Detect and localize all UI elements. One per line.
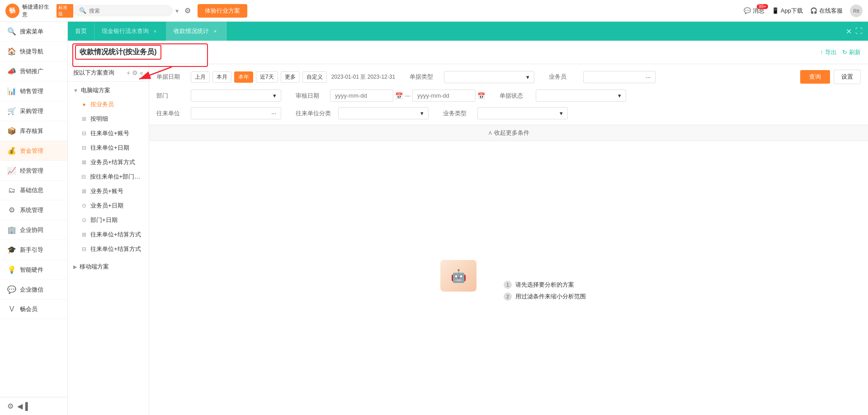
inventory-icon: 📦 (7, 127, 16, 135)
empty-illustration: 🤖 (431, 255, 486, 301)
search-menu-icon: 🔍 (7, 27, 16, 36)
filter-dept-label: 部门 (156, 92, 184, 100)
tab-bank-flow[interactable]: 现金银行流水查询 × (94, 22, 166, 41)
scheme-item-label: 业务员+日期 (90, 202, 123, 210)
sidebar-item-finance[interactable]: 💰 资金管理 (0, 141, 67, 161)
sidebar-item-guide[interactable]: 🎓 新手引导 (0, 240, 67, 260)
tab-close-bank-flow[interactable]: × (151, 28, 159, 35)
tab-label: 现金银行流水查询 (102, 27, 149, 35)
scheme-group-label: 移动端方案 (80, 263, 109, 271)
avatar[interactable]: Rit (850, 5, 863, 17)
partner-select[interactable]: ··· (191, 107, 281, 119)
search-input[interactable] (89, 8, 161, 14)
sidebar-item-search[interactable]: 🔍 搜索菜单 (0, 22, 67, 42)
tab-home[interactable]: 首页 (68, 22, 94, 41)
sidebar-item-label: 销售管理 (20, 87, 43, 95)
dropdown-arrow-icon[interactable]: ▾ (175, 7, 179, 14)
dept-select[interactable]: ▾ (191, 90, 281, 102)
partner-cat-select[interactable]: ▾ (338, 107, 429, 119)
tab-close-all-icon[interactable]: ✕ (846, 27, 852, 36)
tab-fullscreen-icon[interactable]: ⛶ (855, 27, 863, 35)
scheme-item-salesperson-account[interactable]: ⊠ 业务员+账号 (68, 184, 149, 198)
date-btn-last-month[interactable]: 上月 (191, 71, 210, 83)
date-btn-more[interactable]: 更多 (281, 71, 300, 83)
scheme-item-partner-date[interactable]: ⊟ 往来单位+日期 (68, 141, 149, 155)
date-btn-this-month[interactable]: 本月 (212, 71, 231, 83)
refresh-button[interactable]: ↻ 刷新 (842, 48, 861, 57)
calendar-from-icon[interactable]: 📅 (395, 92, 403, 99)
scheme-item-salesperson-settle[interactable]: ⊠ 业务员+结算方式 (68, 155, 149, 170)
audit-date-from[interactable] (330, 90, 393, 102)
sidebar-item-sales[interactable]: 📊 销售管理 (0, 81, 67, 101)
main-layout: 🔍 搜索菜单 🏠 快捷导航 📣 营销推广 📊 销售管理 🛒 采购管理 📦 库存核… (0, 22, 868, 415)
scheme-item-partner-dept-collect[interactable]: ⊟ 按往来单位+部门+收... (68, 170, 149, 184)
scheme-item-salesperson-date[interactable]: ⊙ 业务员+日期 (68, 198, 149, 213)
scheme-item-by-detail[interactable]: ⊞ 按明细 (68, 112, 149, 126)
app-download-button[interactable]: 📱 App下载 (772, 7, 803, 15)
sidebar-item-label: 快捷导航 (20, 47, 43, 56)
scheme-item-partner-account[interactable]: ⊟ 往来单位+账号 (68, 126, 149, 141)
app-icon: 📱 (772, 7, 779, 14)
date-dash: — (405, 92, 410, 99)
scheme-item-icon: ⊠ (80, 159, 88, 165)
scheme-header-icons: + ⚙ « (127, 69, 143, 76)
date-btn-7days[interactable]: 近7天 (256, 71, 278, 83)
box-illustration: 🤖 (440, 260, 476, 292)
scheme-item-partner-settle1[interactable]: ⊞ 往来单位+结算方式 (68, 227, 149, 242)
filter-type-label: 单据类型 (410, 73, 437, 81)
messages-button[interactable]: 💬 消息 99+ (744, 7, 764, 15)
tip-item-2: 2 用过滤条件来缩小分析范围 (504, 292, 586, 301)
scheme-settings-icon[interactable]: ⚙ (132, 69, 138, 76)
sidebar-item-basic-info[interactable]: 🗂 基础信息 (0, 181, 67, 200)
biz-type-select[interactable]: ▾ (477, 107, 568, 119)
sidebar-item-operation[interactable]: 📈 经营管理 (0, 161, 67, 181)
search-box[interactable]: 🔍 (73, 5, 173, 16)
scheme-item-by-salesperson[interactable]: ● 按业务员 (68, 97, 149, 112)
date-btn-custom[interactable]: 自定义 (302, 71, 327, 83)
audit-date-to[interactable] (412, 90, 476, 102)
sidebar-item-member[interactable]: V 畅会员 (0, 300, 67, 319)
scheme-add-icon[interactable]: + (127, 69, 130, 76)
sidebar-item-wechat[interactable]: 💬 企业微信 (0, 280, 67, 300)
body-row: 按以下方案查询 + ⚙ « ▼ 电脑端方案 ● 按业务员 (68, 64, 868, 415)
query-button[interactable]: 查询 (800, 70, 830, 84)
calendar-to-icon[interactable]: 📅 (477, 92, 485, 99)
sidebar-item-enterprise[interactable]: 🏢 企业协同 (0, 220, 67, 240)
scheme-item-dept-date[interactable]: ⊙ 部门+日期 (68, 213, 149, 227)
date-btn-this-year[interactable]: 本年 (234, 71, 253, 83)
doc-type-select[interactable]: ▾ (444, 71, 534, 83)
scheme-item-icon: ⊞ (80, 116, 88, 122)
sidebar-bottom: ⚙ ◀▐ (0, 397, 67, 415)
doc-status-select[interactable]: ▾ (536, 90, 626, 102)
online-service-button[interactable]: 🎧 在线客服 (810, 7, 843, 15)
scheme-item-label: 按明细 (90, 115, 108, 123)
scheme-item-partner-settle2[interactable]: ⊟ 往来单位+结算方式 (68, 242, 149, 256)
sidebar-item-purchase[interactable]: 🛒 采购管理 (0, 101, 67, 121)
quick-nav-icon: 🏠 (7, 47, 16, 56)
tab-collection-stats[interactable]: 收款情况统计 × (166, 22, 226, 41)
scheme-collapse-icon[interactable]: « (140, 69, 143, 76)
tip-text-1: 请先选择要分析的方案 (515, 281, 574, 289)
scheme-group-desktop-title[interactable]: ▼ 电脑端方案 (68, 84, 149, 97)
scheme-group-mobile-title[interactable]: ▶ 移动端方案 (68, 260, 149, 274)
collapse-bar[interactable]: ∧ 收起更多条件 (149, 125, 868, 141)
tab-close-collection-stats[interactable]: × (212, 28, 219, 35)
collapse-sidebar-icon[interactable]: ◀▐ (17, 402, 28, 410)
sidebar-item-inventory[interactable]: 📦 库存核算 (0, 121, 67, 141)
sidebar-item-marketing[interactable]: 📣 营销推广 (0, 61, 67, 81)
settings-icon[interactable]: ⚙ (181, 5, 194, 17)
sidebar-item-system[interactable]: ⚙ 系统管理 (0, 200, 67, 220)
sidebar-item-label: 经营管理 (20, 167, 43, 175)
chevron-down-icon: ▾ (560, 110, 563, 117)
sidebar-item-smart-hardware[interactable]: 💡 智能硬件 (0, 260, 67, 280)
sidebar-item-quick-nav[interactable]: 🏠 快捷导航 (0, 42, 67, 61)
more-icon: ··· (271, 110, 276, 117)
trial-button[interactable]: 体验行业方案 (198, 4, 247, 18)
scheme-item-icon: ⊙ (80, 217, 88, 223)
enterprise-icon: 🏢 (7, 226, 16, 234)
setting-button[interactable]: 设置 (834, 70, 861, 84)
settings-bottom-icon[interactable]: ⚙ (7, 402, 14, 410)
salesperson-select[interactable]: ··· (583, 71, 656, 83)
export-button[interactable]: ↑ 导出 (821, 48, 837, 57)
top-right-area: 💬 消息 99+ 📱 App下载 🎧 在线客服 Rit (744, 5, 863, 17)
